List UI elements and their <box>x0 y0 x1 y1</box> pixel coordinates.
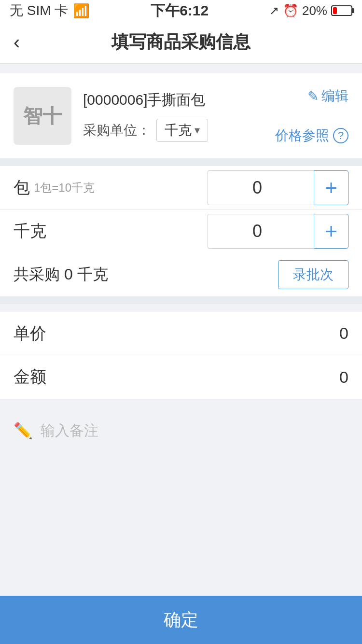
section-divider-2 <box>0 296 362 304</box>
bag-plus-button[interactable]: + <box>314 170 348 205</box>
kg-input-wrapper: + <box>208 214 348 249</box>
kg-input[interactable] <box>208 214 314 249</box>
unit-price-value: 0 <box>339 324 348 343</box>
edit-button[interactable]: ✎ 编辑 <box>307 87 348 105</box>
price-ref-label: 价格参照 <box>275 126 329 145</box>
bottom-space <box>0 455 362 590</box>
product-image-text: 智十 <box>23 106 62 126</box>
record-batch-button[interactable]: 录批次 <box>278 260 348 289</box>
amount-row: 金额 0 <box>0 355 362 399</box>
unit-price-label: 单价 <box>14 322 46 345</box>
edit-label: 编辑 <box>321 87 348 105</box>
battery-percent: 20% <box>302 3 327 18</box>
summary-text: 共采购 0 千克 <box>14 264 108 285</box>
price-ref-help-icon: ? <box>333 128 348 143</box>
price-ref-button[interactable]: 价格参照 ? <box>275 126 348 145</box>
carrier-text: 无 SIM 卡 <box>10 1 68 20</box>
bag-label: 包 <box>14 177 30 199</box>
section-divider-1 <box>0 158 362 166</box>
nav-bar: ‹ 填写商品采购信息 <box>0 21 362 64</box>
confirm-button[interactable]: 确定 <box>0 596 362 644</box>
alarm-icon: ⏰ <box>283 3 298 18</box>
location-icon: ↗ <box>269 4 279 17</box>
input-section: 包 1包=10千克 + 千克 + <box>0 166 362 253</box>
unit-value: 千克 <box>165 121 192 140</box>
status-right: ↗ ⏰ 20% <box>269 3 352 18</box>
purchase-unit-label: 采购单位： <box>83 121 151 140</box>
status-bar: 无 SIM 卡 📶 下午6:12 ↗ ⏰ 20% <box>0 0 362 21</box>
edit-icon: ✎ <box>307 88 319 104</box>
product-image: 智十 <box>14 87 71 145</box>
summary-row: 共采购 0 千克 录批次 <box>0 253 362 296</box>
unit-price-row: 单价 0 <box>0 312 362 355</box>
kg-input-row: 千克 + <box>0 210 362 253</box>
note-section[interactable]: ✏️ 输入备注 <box>0 406 362 455</box>
kg-plus-button[interactable]: + <box>314 214 348 249</box>
page-title: 填写商品采购信息 <box>111 30 251 54</box>
time-text: 下午6:12 <box>151 1 209 21</box>
unit-dropdown-arrow: ▾ <box>195 124 200 137</box>
price-section: 单价 0 金额 0 <box>0 312 362 399</box>
pencil-icon: ✏️ <box>14 421 33 440</box>
back-button[interactable]: ‹ <box>14 31 20 53</box>
unit-selector[interactable]: 千克 ▾ <box>156 119 208 142</box>
bag-input-row: 包 1包=10千克 + <box>0 166 362 210</box>
amount-label: 金额 <box>14 366 46 388</box>
bag-input-wrapper: + <box>208 170 348 205</box>
battery-icon <box>331 5 352 16</box>
note-placeholder: 输入备注 <box>41 421 98 441</box>
bag-sublabel: 1包=10千克 <box>34 180 95 196</box>
bag-input[interactable] <box>208 170 314 205</box>
amount-value: 0 <box>339 368 348 387</box>
wifi-icon: 📶 <box>73 3 90 19</box>
status-left: 无 SIM 卡 📶 <box>10 1 90 20</box>
product-section: 智十 [0000006]手撕面包 采购单位： 千克 ▾ ✎ 编辑 价格参照 ? <box>0 73 362 158</box>
kg-label: 千克 <box>14 220 46 242</box>
